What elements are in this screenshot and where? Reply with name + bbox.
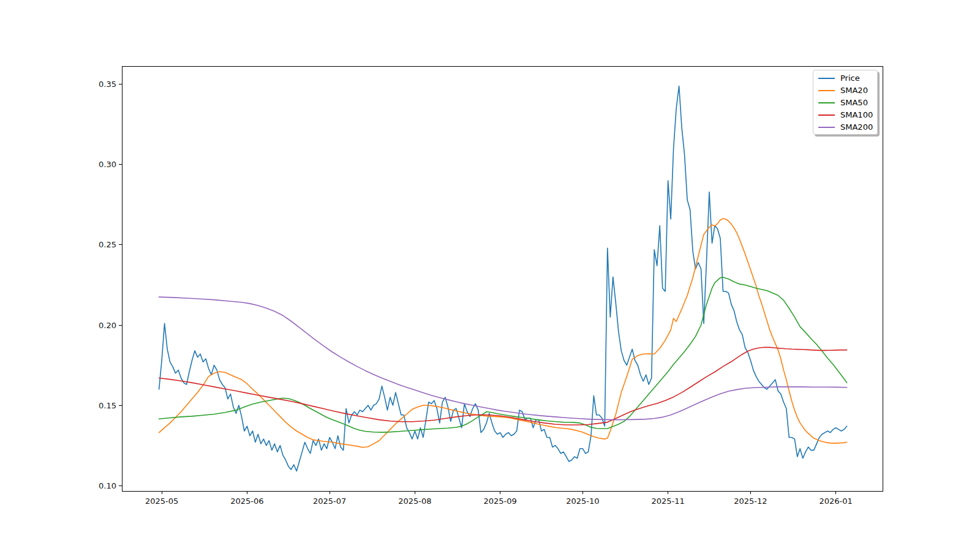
y-tick-label: 0.20: [99, 321, 116, 330]
x-tick-label: 2025-05: [145, 497, 178, 506]
legend-label: SMA20: [840, 84, 868, 97]
legend: Price SMA20 SMA50 SMA100 SMA200: [813, 70, 878, 135]
legend-swatch-price: [818, 78, 835, 79]
y-tick-label: 0.15: [99, 401, 116, 410]
legend-item-sma20: SMA20: [818, 84, 877, 97]
x-tick-label: 2025-10: [566, 497, 599, 506]
x-tick-label: 2025-09: [483, 497, 516, 506]
legend-swatch-sma20: [818, 90, 835, 91]
x-tick-label: 2025-08: [398, 497, 431, 506]
legend-label: SMA50: [840, 97, 868, 109]
legend-item-sma50: SMA50: [818, 97, 877, 109]
x-tick-label: 2026-01: [819, 497, 852, 506]
x-axis: 2025-052025-062025-072025-082025-092025-…: [145, 491, 853, 506]
legend-swatch-sma200: [818, 127, 835, 128]
legend-label: SMA100: [840, 109, 873, 121]
y-tick-label: 0.25: [99, 240, 116, 249]
series-sma100-line: [159, 347, 847, 425]
y-axis: 0.100.150.200.250.300.35: [99, 80, 122, 490]
legend-label: SMA200: [840, 121, 873, 133]
legend-item-price: Price: [818, 72, 877, 84]
chart-figure: 2025-052025-062025-072025-082025-092025-…: [0, 0, 980, 551]
y-tick-label: 0.35: [99, 80, 116, 89]
legend-swatch-sma50: [818, 102, 835, 103]
x-tick-label: 2025-12: [734, 497, 767, 506]
series-sma200-line: [159, 297, 847, 419]
legend-item-sma200: SMA200: [818, 121, 877, 133]
legend-item-sma100: SMA100: [818, 109, 877, 121]
series-sma20-line: [159, 219, 847, 448]
series-price-line: [159, 86, 847, 471]
x-tick-label: 2025-06: [230, 497, 263, 506]
legend-label: Price: [840, 72, 860, 84]
y-tick-label: 0.30: [99, 160, 116, 169]
x-tick-label: 2025-07: [313, 497, 346, 506]
x-tick-label: 2025-11: [651, 497, 684, 506]
y-tick-label: 0.10: [99, 481, 116, 490]
series-sma50-line: [159, 277, 847, 432]
legend-swatch-sma100: [818, 114, 835, 116]
axes-frame: [122, 66, 883, 491]
